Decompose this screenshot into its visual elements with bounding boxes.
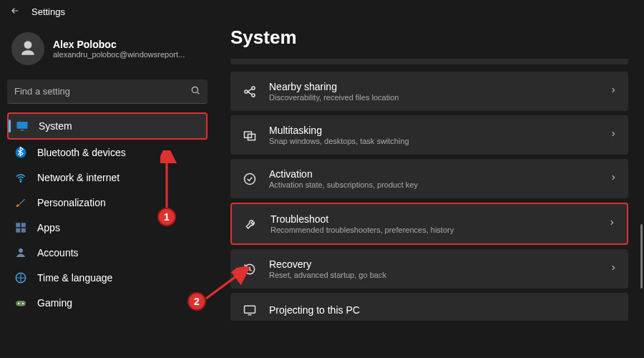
profile-name: Alex Poloboc — [53, 39, 185, 50]
svg-rect-6 — [21, 223, 26, 227]
card-title: Troubleshoot — [270, 213, 597, 225]
sidebar-item-label: Network & internet — [37, 172, 119, 183]
svg-point-12 — [18, 303, 19, 304]
sidebar-item-network[interactable]: Network & internet — [7, 165, 208, 190]
card-subtitle: Recommended troubleshooters, preferences… — [270, 226, 597, 234]
svg-point-4 — [20, 181, 21, 183]
main-panel: System Nearby sharing Discoverability, r… — [215, 24, 644, 358]
search-input[interactable] — [14, 86, 190, 97]
brush-icon — [14, 196, 27, 209]
svg-point-15 — [252, 86, 255, 89]
svg-rect-2 — [21, 130, 24, 130]
sidebar-item-label: Apps — [37, 222, 60, 233]
svg-rect-11 — [16, 301, 26, 306]
svg-point-14 — [245, 90, 248, 92]
card-title: Projecting to this PC — [269, 304, 617, 316]
svg-point-3 — [16, 147, 26, 158]
sidebar-item-label: System — [39, 120, 72, 132]
history-icon — [242, 261, 258, 277]
svg-point-19 — [245, 173, 255, 184]
wrench-icon — [243, 216, 259, 232]
card-title: Multitasking — [269, 125, 598, 136]
profile-block[interactable]: Alex Poloboc alexandru_poloboc@windowsre… — [7, 28, 208, 74]
card-troubleshoot[interactable]: Troubleshoot Recommended troubleshooters… — [230, 203, 628, 245]
svg-rect-8 — [21, 228, 26, 233]
card-projecting[interactable]: Projecting to this PC — [230, 293, 628, 321]
chevron-right-icon — [610, 263, 617, 275]
card-subtitle: Discoverability, received files location — [269, 93, 598, 102]
card-title: Nearby sharing — [269, 81, 598, 92]
svg-point-0 — [192, 87, 197, 92]
chevron-right-icon — [610, 173, 617, 185]
sidebar: Alex Poloboc alexandru_poloboc@windowsre… — [0, 24, 215, 358]
sidebar-item-gaming[interactable]: Gaming — [7, 291, 208, 315]
app-title: Settings — [31, 6, 65, 17]
scrollbar[interactable] — [640, 59, 643, 358]
chevron-right-icon — [610, 129, 617, 141]
page-title: System — [230, 26, 628, 49]
svg-point-9 — [19, 248, 23, 253]
svg-rect-1 — [17, 122, 28, 129]
apps-icon — [14, 221, 27, 234]
sidebar-item-system[interactable]: System — [7, 112, 208, 140]
sidebar-item-label: Bluetooth & devices — [37, 147, 126, 158]
card-title: Activation — [269, 168, 598, 180]
svg-rect-20 — [245, 306, 255, 313]
sidebar-item-personalization[interactable]: Personalization — [7, 190, 208, 215]
card-subtitle: Activation state, subscriptions, product… — [269, 180, 598, 189]
share-icon — [242, 84, 258, 100]
wifi-icon — [14, 171, 27, 184]
chevron-right-icon — [608, 218, 615, 230]
sidebar-item-label: Time & language — [37, 272, 112, 284]
sidebar-item-bluetooth[interactable]: Bluetooth & devices — [7, 140, 208, 165]
avatar — [11, 32, 44, 65]
search-icon — [190, 85, 200, 97]
checkmark-circle-icon — [242, 171, 258, 187]
user-icon — [14, 246, 27, 259]
card-partial-top — [230, 59, 628, 64]
gaming-icon — [14, 296, 27, 309]
sidebar-item-apps[interactable]: Apps — [7, 216, 208, 240]
multitask-icon — [242, 127, 258, 143]
globe-clock-icon — [14, 271, 27, 284]
sidebar-item-label: Personalization — [37, 197, 106, 208]
card-nearby-sharing[interactable]: Nearby sharing Discoverability, received… — [230, 72, 628, 111]
card-subtitle: Snap windows, desktops, task switching — [269, 137, 598, 145]
project-icon — [242, 302, 258, 318]
scrollbar-thumb[interactable] — [640, 224, 643, 289]
svg-rect-7 — [16, 228, 20, 233]
sidebar-item-label: Accounts — [37, 247, 79, 258]
bluetooth-icon — [14, 146, 27, 159]
svg-rect-5 — [16, 223, 20, 227]
card-activation[interactable]: Activation Activation state, subscriptio… — [230, 159, 628, 198]
card-multitasking[interactable]: Multitasking Snap windows, desktops, tas… — [230, 115, 628, 155]
card-title: Recovery — [269, 258, 598, 270]
sidebar-item-accounts[interactable]: Accounts — [7, 241, 208, 265]
sidebar-item-time-language[interactable]: Time & language — [7, 266, 208, 290]
card-recovery[interactable]: Recovery Reset, advanced startup, go bac… — [230, 249, 628, 289]
display-icon — [16, 120, 29, 132]
sidebar-item-label: Gaming — [37, 297, 72, 309]
chevron-right-icon — [610, 85, 617, 97]
svg-point-13 — [22, 303, 24, 304]
back-icon[interactable] — [10, 6, 20, 18]
card-subtitle: Reset, advanced startup, go back — [269, 271, 598, 279]
nav-list: System Bluetooth & devices Network & int… — [7, 112, 208, 315]
search-field[interactable] — [7, 79, 208, 104]
profile-email: alexandru_poloboc@windowsreport... — [53, 50, 185, 59]
svg-point-16 — [252, 93, 255, 96]
